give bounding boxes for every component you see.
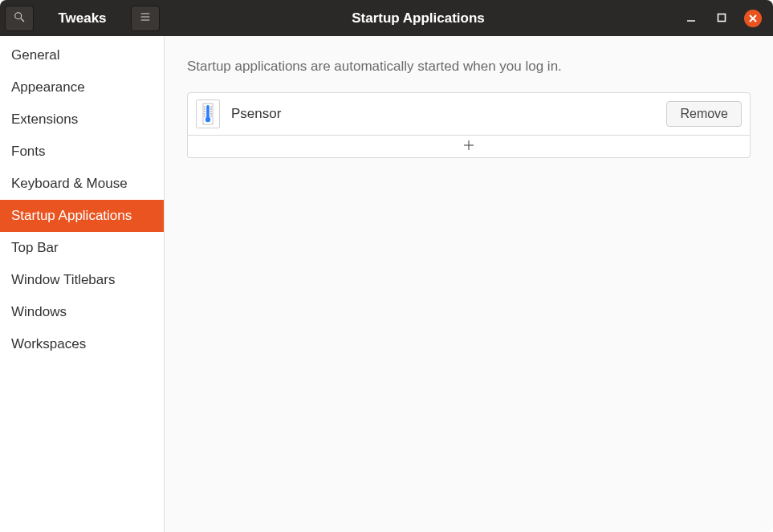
sidebar-item-label: Window Titlebars (11, 272, 115, 287)
sidebar-item-label: Windows (11, 304, 67, 319)
minimize-button[interactable] (683, 10, 699, 26)
sidebar-item-startup-applications[interactable]: Startup Applications (0, 200, 164, 232)
startup-app-list: Psensor Remove (187, 92, 751, 158)
close-icon (749, 11, 757, 26)
window-body: General Appearance Extensions Fonts Keyb… (0, 36, 773, 532)
thermometer-icon (196, 99, 220, 128)
svg-rect-6 (718, 14, 726, 21)
sidebar-item-general[interactable]: General (0, 39, 164, 71)
description-text: Startup applications are automatically s… (187, 59, 751, 75)
maximize-button[interactable] (714, 10, 730, 26)
sidebar-item-label: Workspaces (11, 336, 86, 351)
startup-app-row: Psensor Remove (187, 92, 751, 136)
sidebar-item-fonts[interactable]: Fonts (0, 136, 164, 168)
menu-button[interactable] (131, 6, 160, 31)
search-button[interactable] (5, 6, 34, 31)
svg-point-11 (205, 117, 210, 122)
sidebar: General Appearance Extensions Fonts Keyb… (0, 36, 165, 532)
sidebar-item-extensions[interactable]: Extensions (0, 104, 164, 136)
page-title: Startup Applications (165, 10, 672, 26)
plus-icon (463, 140, 474, 154)
app-title: Tweaks (37, 10, 128, 26)
sidebar-item-window-titlebars[interactable]: Window Titlebars (0, 264, 164, 296)
sidebar-item-label: Top Bar (11, 240, 59, 255)
search-icon (13, 10, 26, 26)
content: Startup applications are automatically s… (165, 36, 773, 532)
close-button[interactable] (744, 10, 762, 27)
sidebar-item-label: Appearance (11, 79, 85, 95)
window-controls (672, 10, 773, 27)
sidebar-item-label: Keyboard & Mouse (11, 176, 128, 191)
sidebar-item-workspaces[interactable]: Workspaces (0, 328, 164, 360)
minimize-icon (686, 11, 696, 26)
window: Tweaks Startup Applications (0, 0, 773, 532)
titlebar: Tweaks Startup Applications (0, 0, 773, 36)
sidebar-item-top-bar[interactable]: Top Bar (0, 232, 164, 264)
sidebar-item-label: General (11, 47, 59, 63)
startup-app-name: Psensor (231, 106, 655, 122)
sidebar-item-label: Extensions (11, 112, 78, 127)
sidebar-item-windows[interactable]: Windows (0, 296, 164, 328)
remove-button[interactable]: Remove (666, 101, 742, 127)
maximize-icon (717, 11, 726, 26)
svg-rect-10 (206, 105, 210, 118)
sidebar-item-appearance[interactable]: Appearance (0, 71, 164, 104)
titlebar-left: Tweaks (0, 0, 165, 36)
sidebar-item-label: Startup Applications (11, 208, 132, 223)
sidebar-item-label: Fonts (11, 144, 46, 159)
svg-line-1 (21, 18, 24, 22)
hamburger-icon (139, 10, 152, 26)
add-startup-app-button[interactable] (187, 136, 751, 158)
svg-point-0 (15, 12, 22, 18)
sidebar-item-keyboard-mouse[interactable]: Keyboard & Mouse (0, 168, 164, 200)
